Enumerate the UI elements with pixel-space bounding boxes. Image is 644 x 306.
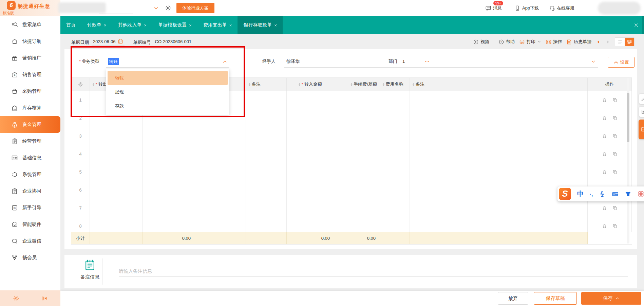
column-header-费用名称[interactable]: ▲▼费用名称 [380, 78, 410, 91]
delete-row-icon[interactable] [602, 115, 607, 121]
tab-其他收入单[interactable]: 其他收入单× [112, 16, 153, 34]
cell-手续费/差额[interactable] [334, 181, 380, 199]
skin-shirt-icon[interactable] [625, 191, 631, 197]
cell-转入金额[interactable] [287, 163, 334, 181]
cell-转出金额[interactable] [143, 181, 195, 199]
video-button[interactable]: 视频 [473, 39, 489, 45]
cell-gear[interactable]: 1 [71, 91, 90, 109]
print-chevron-down-icon[interactable] [537, 40, 541, 44]
cell-gear[interactable]: 7 [71, 199, 90, 217]
print-button[interactable]: 打印 [519, 39, 541, 45]
sort-icon[interactable]: ▲▼ [249, 83, 250, 86]
cell-备注[interactable] [410, 109, 588, 127]
keyboard-icon[interactable] [612, 191, 619, 197]
column-header-备注[interactable]: ▲▼备注 [410, 78, 588, 91]
cell-转入账户[interactable] [195, 199, 246, 217]
copy-row-icon[interactable] [612, 223, 618, 229]
cell-费用名称[interactable] [380, 145, 410, 163]
history-button[interactable]: 历史单据 [566, 39, 591, 45]
floating-tool-button[interactable] [639, 94, 644, 104]
ime-logo-icon[interactable]: S [559, 188, 571, 200]
business-type-select[interactable]: 转账 [106, 55, 229, 68]
sidebar-item-营销推广[interactable]: 营销推广 [0, 50, 60, 66]
cell-备注[interactable] [246, 181, 287, 199]
cell-gear[interactable]: 3 [71, 127, 90, 145]
sidebar-item-资金管理[interactable]: 资金管理 [0, 116, 60, 133]
cell-转出账户[interactable] [90, 127, 143, 145]
cell-备注[interactable] [246, 109, 287, 127]
cell-备注[interactable] [246, 163, 287, 181]
cell-操作[interactable] [588, 91, 632, 109]
discard-button[interactable]: 放弃 [498, 292, 528, 305]
remark-input[interactable] [119, 265, 628, 277]
delete-row-icon[interactable] [602, 169, 607, 175]
cell-转入账户[interactable] [195, 181, 246, 199]
cell-gear[interactable]: 4 [71, 145, 90, 163]
cell-费用名称[interactable] [380, 127, 410, 145]
copy-row-icon[interactable] [612, 205, 618, 211]
microphone-icon[interactable] [599, 191, 606, 197]
online-support-button[interactable]: 在线客服 [549, 5, 574, 12]
department-select[interactable]: 1 [400, 55, 598, 68]
cell-转出金额[interactable] [143, 145, 195, 163]
cell-备注[interactable] [410, 127, 588, 145]
card-view-toggle[interactable] [625, 38, 634, 46]
list-view-toggle[interactable] [615, 38, 625, 46]
cell-转入金额[interactable] [287, 145, 334, 163]
delete-row-icon[interactable] [602, 151, 607, 157]
cell-费用名称[interactable] [380, 109, 410, 127]
delete-row-icon[interactable] [602, 133, 607, 139]
sidebar-item-采购管理[interactable]: 采购管理 [0, 83, 60, 100]
cell-备注[interactable] [410, 91, 588, 109]
cell-转入金额[interactable] [287, 91, 334, 109]
cell-手续费/差额[interactable] [334, 163, 380, 181]
sidebar-item-系统管理[interactable]: 系统管理 [0, 166, 60, 183]
industry-plan-button[interactable]: 体验行业方案 [176, 3, 214, 13]
table-scrollbar-thumb[interactable] [627, 93, 629, 142]
sidebar-item-智能硬件[interactable]: 智能硬件 [0, 216, 60, 233]
cell-转入金额[interactable] [287, 109, 334, 127]
dropdown-option-存款[interactable]: 存款 [108, 99, 228, 113]
sort-icon[interactable]: ▲▼ [351, 83, 353, 86]
sidebar-item-新手引导[interactable]: 新手引导 [0, 199, 60, 216]
cell-转入金额[interactable] [287, 199, 334, 217]
tab-付款单[interactable]: 付款单× [81, 16, 112, 34]
tab-close-icon[interactable]: × [144, 23, 147, 28]
chevron-down-icon[interactable] [153, 5, 159, 11]
delete-row-icon[interactable] [602, 97, 607, 103]
delete-row-icon[interactable] [602, 223, 607, 229]
copy-row-icon[interactable] [612, 133, 618, 139]
cell-手续费/差额[interactable] [334, 145, 380, 163]
cell-备注[interactable] [410, 163, 588, 181]
cell-操作[interactable] [588, 127, 632, 145]
sidebar-item-经营管理[interactable]: 经营管理 [0, 133, 60, 149]
sidebar-item-库存核算[interactable]: 库存核算 [0, 100, 60, 116]
save-draft-button[interactable]: 保存草稿 [534, 292, 577, 305]
operate-button[interactable]: 操作 [546, 39, 562, 45]
cell-转出账户[interactable] [90, 181, 143, 199]
sidebar-item-畅会员[interactable]: 畅会员 [0, 249, 60, 266]
dropdown-option-提现[interactable]: 提现 [108, 85, 228, 99]
copy-row-icon[interactable] [612, 115, 618, 121]
doc-no-field[interactable]: CO-20230606-001 [154, 39, 193, 46]
cell-备注[interactable] [246, 91, 287, 109]
tab-单据模板设置[interactable]: 单据模板设置× [152, 16, 197, 34]
cell-操作[interactable] [588, 145, 632, 163]
sidebar-item-快捷导航[interactable]: 快捷导航 [0, 33, 60, 50]
sort-icon[interactable]: ▲▼ [383, 83, 384, 86]
sidebar-item-销售管理[interactable]: 销售管理 [0, 66, 60, 83]
cell-转入金额[interactable] [287, 181, 334, 199]
delete-row-icon[interactable] [602, 205, 607, 211]
column-header-备注[interactable]: ▲▼备注 [246, 78, 287, 91]
tab-close-icon[interactable]: × [104, 23, 107, 28]
sort-icon[interactable]: ▲▼ [413, 83, 414, 86]
app-download-button[interactable]: App下载 [514, 5, 539, 12]
cell-转入账户[interactable] [195, 145, 246, 163]
cell-gear[interactable]: 6 [71, 181, 90, 199]
cell-费用名称[interactable] [380, 199, 410, 217]
cell-手续费/差额[interactable] [334, 109, 380, 127]
floating-assistant-button[interactable] [639, 120, 644, 139]
copy-row-icon[interactable] [612, 97, 618, 103]
cell-转出账户[interactable] [90, 145, 143, 163]
cell-备注[interactable] [246, 127, 287, 145]
